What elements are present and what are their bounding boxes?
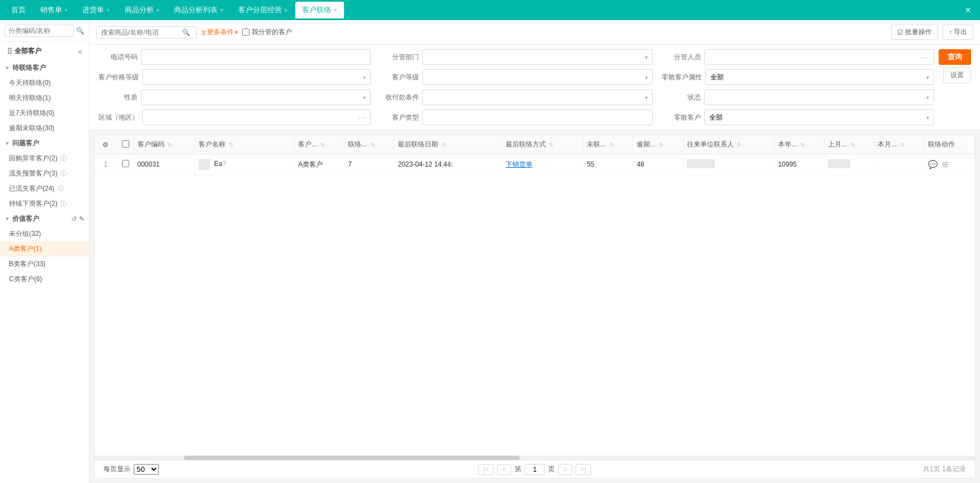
col-customer-level[interactable]: 客户... ⇅ — [294, 135, 344, 154]
nav-tab-sales[interactable]: 销售单 × — [34, 2, 74, 18]
query-button[interactable]: 查询 — [939, 49, 971, 65]
col-last-month[interactable]: 上月... ⇅ — [824, 135, 874, 154]
horizontal-scrollbar[interactable] — [95, 456, 975, 460]
cell-last-method[interactable]: 下销货单 — [502, 154, 583, 175]
nav-tab-product-analysis[interactable]: 商品分析 × — [118, 2, 166, 18]
content-area: 🔍 ⧖ 更多条件 ▾ 我分管的客户 ☑ 批量操作 ↑ 导出 — [89, 20, 980, 483]
nav-tab-purchase[interactable]: 进货单 × — [76, 2, 116, 18]
dept-select[interactable]: ▾ — [422, 49, 652, 65]
sidebar-item-repurchase-abnormal[interactable]: 回购异常客户(2) ⓘ — [0, 151, 89, 166]
close-customer-segment-icon[interactable]: × — [284, 7, 288, 13]
cell-checkbox[interactable] — [117, 154, 134, 175]
price-level-select[interactable]: ▾ — [142, 69, 371, 85]
value-section-icons[interactable]: ↺ ✎ — [71, 215, 84, 223]
my-customers-checkbox-label[interactable]: 我分管的客户 — [242, 27, 292, 37]
col-this-month[interactable]: 本月... ⇅ — [874, 135, 924, 154]
col-gear[interactable]: ⚙ — [95, 135, 117, 154]
value-arrow-icon: ▼ — [4, 216, 10, 222]
sidebar-search-input[interactable] — [4, 25, 74, 37]
select-all-checkbox[interactable] — [122, 140, 129, 148]
table-row: 1 000031 Ea? A类客户 7 2023-04-12 14: — [95, 154, 975, 175]
pagination-center: |< < 第 页 > >| — [478, 464, 591, 475]
nature-select[interactable]: ▾ — [141, 89, 371, 105]
sidebar-collapse-icon[interactable]: « — [78, 47, 82, 56]
col-uncontacted[interactable]: 未联... ⇅ — [583, 135, 633, 154]
grid-action-icon[interactable]: ⊞ — [942, 160, 949, 169]
close-sales-icon[interactable]: × — [64, 7, 68, 13]
col-customer-code[interactable]: 客户编码 ⇅ — [134, 135, 195, 154]
retail-attr-select[interactable]: 全部 ▾ — [705, 69, 934, 85]
region-input[interactable]: ··· — [142, 110, 371, 125]
gear-settings-icon[interactable]: ⚙ — [102, 141, 109, 149]
row-checkbox[interactable] — [122, 160, 129, 167]
close-all-tabs-icon[interactable]: × — [960, 4, 976, 16]
sidebar-item-overdue-pending[interactable]: 逾期未联络(30) — [0, 121, 89, 136]
phone-input[interactable] — [141, 49, 371, 65]
col-customer-name[interactable]: 客户名称 ⇅ — [195, 135, 294, 154]
nav-tab-customer-segment[interactable]: 客户分层经营 × — [232, 2, 294, 18]
retail-select[interactable]: 全部 ▾ — [704, 110, 934, 125]
sidebar-item-today-pending[interactable]: 今天待联络(0) — [0, 75, 89, 91]
customer-avatar — [199, 159, 210, 170]
top-nav: 首页 销售单 × 进货单 × 商品分析 × 商品分析列表 × 客户分层经营 × … — [0, 0, 980, 20]
export-button[interactable]: ↑ 导出 — [943, 25, 973, 40]
edit-icon[interactable]: ✎ — [79, 215, 84, 223]
scrollbar-thumb[interactable] — [184, 456, 520, 460]
sidebar-item-b-class[interactable]: B类客户(33) — [0, 257, 89, 272]
close-product-analysis-icon[interactable]: × — [156, 7, 159, 13]
nav-tab-home[interactable]: 首页 — [4, 2, 32, 18]
filter-bar: 🔍 ⧖ 更多条件 ▾ 我分管的客户 ☑ 批量操作 ↑ 导出 — [89, 20, 980, 45]
sidebar-item-declining[interactable]: 持续下滑客户(2) ⓘ — [0, 196, 89, 211]
sidebar-item-tomorrow-pending[interactable]: 明天待联络(1) — [0, 91, 89, 106]
sidebar-item-unclassified[interactable]: 未分组(32) — [0, 226, 89, 242]
customer-level-select[interactable]: ▾ — [422, 69, 652, 85]
col-contact2[interactable]: 往来单位联系人 ⇅ — [683, 135, 774, 154]
close-product-list-icon[interactable]: × — [220, 7, 223, 13]
close-purchase-icon[interactable]: × — [106, 7, 110, 13]
manager-input[interactable]: ··· — [704, 49, 934, 65]
customer-type-input[interactable] — [422, 110, 652, 125]
sidebar-all-customers[interactable]: ⠿ 全部客户 « — [0, 42, 89, 60]
sidebar-item-a-class[interactable]: A类客户(1) — [0, 242, 89, 257]
filter-search-input[interactable] — [101, 29, 180, 36]
my-customers-checkbox[interactable] — [242, 29, 249, 36]
records-info: 共1页 1条记录 — [923, 465, 966, 474]
batch-op-button[interactable]: ☑ 批量操作 — [891, 25, 938, 40]
first-page-button[interactable]: |< — [478, 464, 494, 475]
nav-tab-product-list[interactable]: 商品分析列表 × — [167, 2, 230, 18]
per-page-select[interactable]: 50 100 200 — [134, 464, 159, 475]
col-checkbox[interactable] — [117, 135, 134, 154]
close-customer-contact-icon[interactable]: × — [333, 7, 337, 13]
status-select[interactable]: ▾ — [704, 89, 934, 105]
sidebar-item-7days-pending[interactable]: 近7天待联络(0) — [0, 106, 89, 121]
chat-icon[interactable]: 💬 — [928, 160, 937, 169]
setting-button[interactable]: 设置 — [943, 67, 971, 83]
payment-select[interactable]: ▾ — [422, 89, 652, 105]
filter-field-payment: 收付款条件 ▾ — [380, 89, 652, 105]
last-method-link[interactable]: 下销货单 — [506, 160, 533, 168]
page-number-input[interactable] — [525, 464, 545, 475]
prev-page-button[interactable]: < — [497, 464, 511, 475]
filter-search-box[interactable]: 🔍 — [96, 26, 197, 39]
sidebar-item-churned[interactable]: 已流失客户(24) ⓘ — [0, 181, 89, 196]
refresh-icon[interactable]: ↺ — [71, 215, 77, 223]
sidebar-search-icon[interactable]: 🔍 — [76, 27, 84, 35]
col-last-method[interactable]: 最后联络方式 ⇅ — [502, 135, 583, 154]
last-page-button[interactable]: >| — [576, 464, 591, 475]
sidebar-item-c-class[interactable]: C类客户(6) — [0, 272, 89, 287]
filter-search-icon[interactable]: 🔍 — [182, 29, 190, 36]
col-last-date[interactable]: 最后联络日期 ⇅ — [394, 135, 502, 154]
filter-field-region: 区域（地区） ··· — [98, 110, 371, 125]
col-overdue[interactable]: 逾期... ⇅ — [633, 135, 683, 154]
table-container: ⚙ 客户编码 ⇅ 客户名称 ⇅ — [94, 135, 976, 479]
contact2-placeholder — [687, 159, 715, 168]
col-contact-count[interactable]: 联络... ⇅ — [345, 135, 394, 154]
col-this-year[interactable]: 本年... ⇅ — [774, 135, 824, 154]
next-page-button[interactable]: > — [558, 464, 572, 475]
cell-name[interactable]: Ea? — [195, 154, 294, 175]
sidebar-item-churn-warning[interactable]: 流失预警客户(3) ⓘ — [0, 166, 89, 181]
col-action: 联络动作 — [924, 135, 974, 154]
nav-tab-customer-contact[interactable]: 客户联络 × — [295, 2, 343, 18]
last-month-placeholder — [828, 159, 850, 168]
filter-more-conditions[interactable]: ⧖ 更多条件 ▾ — [201, 27, 238, 37]
